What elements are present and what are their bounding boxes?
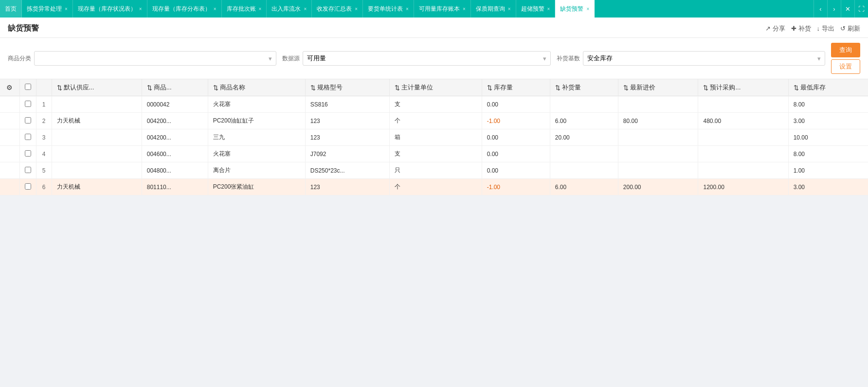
col-min_stock[interactable]: ⇅最低库存 [788, 79, 868, 96]
nav-tab-1[interactable]: 拣货异常处理× [22, 0, 73, 18]
row-stock_qty: 0.00 [482, 146, 550, 162]
replenish-icon: ✚ [791, 25, 796, 32]
share-button[interactable]: ↗ 分享 [765, 24, 785, 33]
row-stock_qty: 0.00 [482, 162, 550, 179]
col-unit[interactable]: ⇅主计量单位 [390, 79, 482, 96]
row-checkbox-cell[interactable] [19, 129, 36, 146]
col-gear[interactable]: ⚙ [0, 79, 19, 96]
nav-tab-close-4[interactable]: × [259, 6, 262, 12]
col-product_code[interactable]: ⇅商品... [142, 79, 208, 96]
col-latest_price[interactable]: ⇅最新进价 [618, 79, 698, 96]
col-seq [36, 79, 52, 96]
nav-tab-4[interactable]: 库存批次账× [222, 0, 267, 18]
row-min_stock: 3.00 [788, 113, 868, 129]
row-checkbox-cell[interactable] [19, 179, 36, 195]
nav-close-button[interactable]: ✕ [841, 0, 854, 18]
setting-button[interactable]: 设置 [831, 59, 860, 74]
row-seq: 4 [36, 146, 52, 162]
row-checkbox[interactable] [25, 101, 31, 107]
row-checkbox-cell[interactable] [19, 96, 36, 113]
row-seq: 3 [36, 129, 52, 146]
export-button[interactable]: ↓ 导出 [817, 24, 835, 33]
row-estimated_purchase: 480.00 [698, 113, 788, 129]
row-product_code: 004600... [142, 146, 208, 162]
row-spec: 123 [305, 129, 390, 146]
row-gear [0, 146, 19, 162]
row-spec: J7092 [305, 146, 390, 162]
row-checkbox-cell[interactable] [19, 146, 36, 162]
col-default_supplier[interactable]: ⇅默认供应... [52, 79, 142, 96]
filter-buttons: 查询 设置 [831, 43, 860, 74]
row-stock_qty: 0.00 [482, 129, 550, 146]
row-replenish_qty [550, 162, 618, 179]
query-button[interactable]: 查询 [831, 43, 860, 57]
col-product_name[interactable]: ⇅商品名称 [208, 79, 305, 96]
col-stock_qty[interactable]: ⇅库存量 [482, 79, 550, 96]
row-checkbox-cell[interactable] [19, 113, 36, 129]
table-container: ⚙⇅默认供应...⇅商品...⇅商品名称⇅规格型号⇅主计量单位⇅库存量⇅补货量⇅… [0, 79, 868, 195]
row-checkbox[interactable] [25, 183, 31, 190]
data-source-label: 数据源 [282, 54, 300, 63]
nav-tab-close-10[interactable]: × [547, 6, 550, 12]
replenish-base-select[interactable]: 安全库存 ▾ [583, 51, 825, 66]
replenish-base-label: 补货基数 [557, 54, 580, 63]
nav-tab-close-7[interactable]: × [406, 6, 409, 12]
row-spec: 123 [305, 179, 390, 195]
row-spec: SS816 [305, 96, 390, 113]
nav-tab-6[interactable]: 收发存汇总表× [312, 0, 363, 18]
nav-tab-5[interactable]: 出入库流水× [267, 0, 312, 18]
row-stock_qty: -1.00 [482, 179, 550, 195]
row-product_code: 004800... [142, 162, 208, 179]
row-checkbox-cell[interactable] [19, 162, 36, 179]
row-product_code: 0000042 [142, 96, 208, 113]
nav-prev-button[interactable]: ‹ [814, 0, 827, 18]
refresh-icon: ↺ [840, 25, 846, 32]
data-table: ⚙⇅默认供应...⇅商品...⇅商品名称⇅规格型号⇅主计量单位⇅库存量⇅补货量⇅… [0, 79, 868, 195]
nav-tab-close-3[interactable]: × [214, 6, 217, 12]
row-checkbox[interactable] [25, 134, 31, 140]
nav-tab-11[interactable]: 缺货预警× [555, 0, 595, 18]
row-gear [0, 129, 19, 146]
nav-tab-8[interactable]: 可用量库存账本× [414, 0, 471, 18]
col-estimated_purchase[interactable]: ⇅预计采购... [698, 79, 788, 96]
nav-tab-close-11[interactable]: × [586, 6, 589, 12]
nav-tab-close-2[interactable]: × [139, 6, 142, 12]
product-category-select[interactable]: ▾ [34, 51, 276, 66]
nav-fullscreen-button[interactable]: ⛶ [854, 0, 868, 18]
row-stock_qty: -1.00 [482, 113, 550, 129]
page-header: 缺货预警 ↗ 分享 ✚ 补货 ↓ 导出 ↺ 刷新 [0, 18, 868, 38]
row-checkbox[interactable] [25, 167, 31, 173]
data-source-select[interactable]: 可用量 ▾ [303, 51, 551, 66]
nav-tab-2[interactable]: 现存量（库存状况表）× [73, 0, 147, 18]
select-all-checkbox[interactable] [25, 84, 31, 90]
replenish-base-value: 安全库存 [587, 54, 613, 63]
row-product_code: 004200... [142, 129, 208, 146]
nav-tab-close-6[interactable]: × [355, 6, 358, 12]
nav-next-button[interactable]: › [827, 0, 841, 18]
product-category-filter: 商品分类 ▾ [8, 51, 276, 66]
export-icon: ↓ [817, 25, 820, 32]
nav-tab-close-9[interactable]: × [508, 6, 511, 12]
nav-tab-0[interactable]: 首页 [0, 0, 22, 18]
col-spec[interactable]: ⇅规格型号 [305, 79, 390, 96]
top-nav: 首页拣货异常处理×现存量（库存状况表）×现存量（库存分布表）×库存批次账×出入库… [0, 0, 868, 18]
nav-tab-close-1[interactable]: × [65, 6, 68, 12]
nav-tab-7[interactable]: 要货单统计表× [363, 0, 414, 18]
col-checkbox[interactable] [19, 79, 36, 96]
row-checkbox[interactable] [25, 150, 31, 157]
row-spec: DS250*23c... [305, 162, 390, 179]
table-header-row: ⚙⇅默认供应...⇅商品...⇅商品名称⇅规格型号⇅主计量单位⇅库存量⇅补货量⇅… [0, 79, 868, 96]
data-source-value: 可用量 [307, 54, 326, 63]
nav-tab-close-8[interactable]: × [463, 6, 466, 12]
nav-tab-10[interactable]: 超储预警× [516, 0, 556, 18]
row-min_stock: 1.00 [788, 162, 868, 179]
nav-tab-9[interactable]: 保质期查询× [471, 0, 516, 18]
row-unit: 个 [390, 113, 482, 129]
replenish-button[interactable]: ✚ 补货 [791, 24, 811, 33]
nav-tab-3[interactable]: 现存量（库存分布表）× [147, 0, 222, 18]
refresh-button[interactable]: ↺ 刷新 [840, 24, 860, 33]
row-seq: 1 [36, 96, 52, 113]
row-checkbox[interactable] [25, 117, 31, 123]
col-replenish_qty[interactable]: ⇅补货量 [550, 79, 618, 96]
nav-tab-close-5[interactable]: × [304, 6, 307, 12]
